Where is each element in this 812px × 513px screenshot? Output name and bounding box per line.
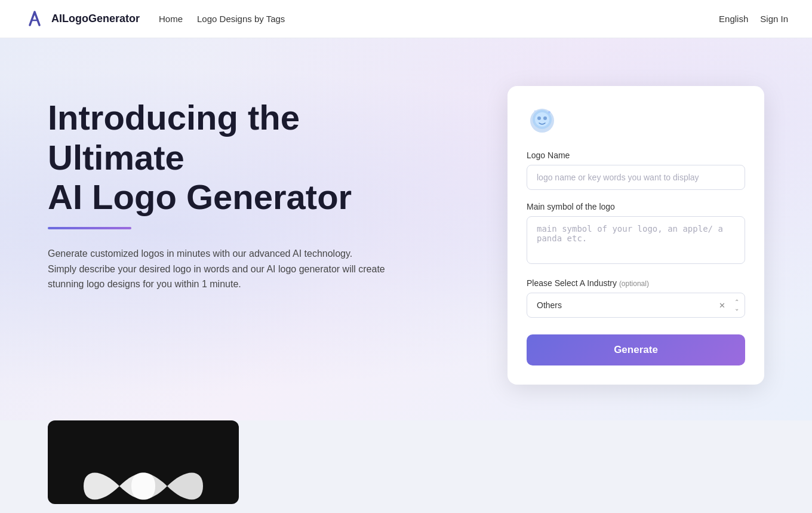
form-mascot-icon xyxy=(527,105,558,136)
hero-title-line3: AI Logo Generator xyxy=(48,177,352,216)
navbar: AILogoGenerator Home Logo Designs by Tag… xyxy=(0,0,812,38)
nav-links: Home Logo Designs by Tags xyxy=(159,14,285,24)
svg-point-3 xyxy=(537,116,541,120)
form-card: Logo Name Main symbol of the logo Please… xyxy=(508,86,764,385)
hero-left: Introducing the Ultimate AI Logo Generat… xyxy=(48,86,484,292)
logo-name-input[interactable] xyxy=(527,165,745,190)
main-symbol-input[interactable] xyxy=(527,216,745,264)
hero-description: Generate customized logos in minutes wit… xyxy=(48,246,394,292)
hero-title: Introducing the Ultimate AI Logo Generat… xyxy=(48,98,484,217)
svg-point-4 xyxy=(543,116,547,120)
industry-optional-label: (optional) xyxy=(619,279,649,288)
brand-logo-icon xyxy=(24,8,45,30)
hero-title-line2: Ultimate xyxy=(48,138,184,177)
brand-name: AILogoGenerator xyxy=(51,13,140,25)
select-clear-icon[interactable]: ✕ xyxy=(716,300,727,311)
hero-divider xyxy=(48,227,131,229)
nav-link-logo-designs[interactable]: Logo Designs by Tags xyxy=(197,14,285,24)
sample-logo-card xyxy=(48,420,239,504)
main-symbol-group: Main symbol of the logo xyxy=(527,202,745,266)
main-symbol-label: Main symbol of the logo xyxy=(527,202,745,211)
nav-left: AILogoGenerator Home Logo Designs by Tag… xyxy=(24,8,285,30)
hero-section: Introducing the Ultimate AI Logo Generat… xyxy=(0,38,812,420)
nav-right: English Sign In xyxy=(719,14,788,24)
brand-link[interactable]: AILogoGenerator xyxy=(24,8,140,30)
hero-title-line1: Introducing the xyxy=(48,98,300,137)
bottom-section xyxy=(0,420,812,513)
industry-select[interactable]: Others Technology Fashion Food & Beverag… xyxy=(527,293,745,318)
generate-button[interactable]: Generate xyxy=(527,334,745,365)
logo-name-group: Logo Name xyxy=(527,150,745,190)
language-selector[interactable]: English xyxy=(719,14,748,24)
svg-point-5 xyxy=(548,111,550,113)
industry-select-wrapper: Others Technology Fashion Food & Beverag… xyxy=(527,293,745,318)
sample-logo-svg xyxy=(84,444,203,504)
nav-link-home[interactable]: Home xyxy=(159,14,183,24)
industry-label: Please Select A Industry (optional) xyxy=(527,278,745,288)
logo-name-label: Logo Name xyxy=(527,150,745,160)
signin-button[interactable]: Sign In xyxy=(760,14,788,24)
svg-point-6 xyxy=(534,110,536,112)
industry-group: Please Select A Industry (optional) Othe… xyxy=(527,278,745,318)
